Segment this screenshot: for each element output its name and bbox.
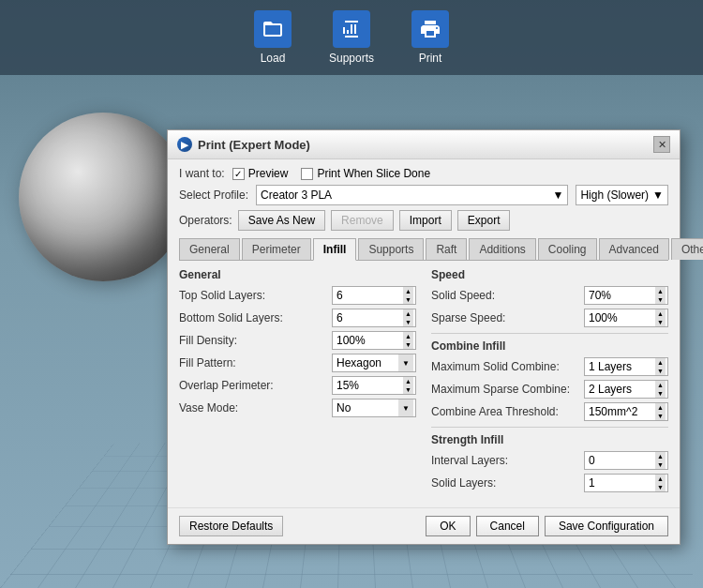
load-label: Load [261,52,286,65]
solid-layers-up[interactable]: ▲ [655,475,666,483]
bottom-solid-layers-down[interactable]: ▼ [403,318,413,326]
tab-infill[interactable]: Infill [313,238,357,261]
fill-density-up[interactable]: ▲ [403,332,413,340]
infill-tab-content: General Top Solid Layers: 6 ▲ ▼ Bottom S… [179,268,668,496]
restore-defaults-button[interactable]: Restore Defaults [179,516,283,536]
vase-mode-label: Vase Mode: [179,401,332,415]
fill-density-row: Fill Density: 100% ▲ ▼ [179,331,416,350]
top-solid-layers-up[interactable]: ▲ [403,287,413,295]
solid-speed-up[interactable]: ▲ [655,287,666,295]
combine-area-down[interactable]: ▼ [655,412,666,420]
max-solid-combine-value: 1 Layers [589,360,632,373]
import-button[interactable]: Import [399,210,452,231]
tab-raft[interactable]: Raft [426,238,467,260]
quality-value: High (Slower) [580,188,649,202]
fill-pattern-row: Fill Pattern: Hexagon ▼ [179,354,416,372]
interval-layers-value: 0 [589,454,595,467]
top-solid-layers-input[interactable]: 6 ▲ ▼ [332,286,416,305]
overlap-perimeter-up[interactable]: ▲ [403,377,413,385]
saveasnew-button[interactable]: Save As New [238,210,325,231]
sparse-speed-up[interactable]: ▲ [655,309,666,318]
operators-label: Operators: [179,214,232,227]
toolbar-print[interactable]: Print [411,10,449,65]
overlap-perimeter-input[interactable]: 15% ▲ ▼ [332,376,416,395]
preview-checkbox[interactable]: ✓ [232,168,245,180]
tab-general[interactable]: General [179,238,240,260]
toolbar: Load Supports Print [0,0,703,75]
combine-area-input[interactable]: 150mm^2 ▲ ▼ [584,402,668,421]
strength-section-title: Strength Infill [431,433,668,446]
tab-additions[interactable]: Additions [469,238,535,260]
speed-section-title: Speed [431,268,668,281]
dialog-title: Print (Expert Mode) [198,138,310,152]
tab-supports[interactable]: Supports [358,238,424,260]
tab-advanced[interactable]: Advanced [599,238,669,260]
close-button[interactable]: ✕ [653,136,670,153]
max-sparse-combine-label: Maximum Sparse Combine: [431,383,584,396]
preview-label: Preview [248,167,289,180]
vase-mode-input[interactable]: No ▼ [332,399,416,417]
solid-speed-label: Solid Speed: [431,289,584,302]
solid-layers-value: 1 [589,476,595,490]
cancel-button[interactable]: Cancel [476,516,539,536]
solid-speed-input[interactable]: 70% ▲ ▼ [584,286,668,305]
combine-area-up[interactable]: ▲ [655,403,666,412]
top-solid-layers-row: Top Solid Layers: 6 ▲ ▼ [179,286,416,305]
quality-select[interactable]: High (Slower) ▼ [576,185,668,205]
printwhenslice-checkbox[interactable] [301,168,313,180]
export-button[interactable]: Export [457,210,511,231]
ok-button[interactable]: OK [426,516,470,536]
sparse-speed-down[interactable]: ▼ [655,318,666,326]
dialog-footer: Restore Defaults OK Cancel Save Configur… [168,507,680,544]
preview-checkbox-item[interactable]: ✓ Preview [232,167,289,180]
fill-pattern-label: Fill Pattern: [179,356,332,369]
bottom-solid-layers-label: Bottom Solid Layers: [179,311,332,324]
fill-density-down[interactable]: ▼ [403,340,413,349]
max-solid-combine-label: Maximum Solid Combine: [431,360,584,373]
solid-layers-down[interactable]: ▼ [655,483,666,491]
bottom-solid-layers-up[interactable]: ▲ [403,309,413,318]
divider-1 [431,333,668,334]
max-solid-combine-up[interactable]: ▲ [655,358,666,367]
print-dialog: ▶ Print (Expert Mode) ✕ I want to: ✓ Pre… [167,129,681,545]
supports-icon [333,10,370,48]
top-solid-layers-down[interactable]: ▼ [403,295,413,304]
dialog-content: I want to: ✓ Preview Print When Slice Do… [168,159,680,504]
toolbar-load[interactable]: Load [254,10,292,65]
max-sparse-combine-input[interactable]: 2 Layers ▲ ▼ [584,380,668,399]
bottom-solid-layers-input[interactable]: 6 ▲ ▼ [332,309,416,327]
sparse-speed-input[interactable]: 100% ▲ ▼ [584,309,668,327]
bottom-solid-layers-row: Bottom Solid Layers: 6 ▲ ▼ [179,309,416,327]
max-sparse-combine-down[interactable]: ▼ [655,389,666,398]
interval-layers-label: Interval Layers: [431,454,584,467]
solid-speed-down[interactable]: ▼ [655,295,666,304]
max-sparse-combine-up[interactable]: ▲ [655,381,666,389]
printwhenslice-checkbox-item[interactable]: Print When Slice Done [301,167,430,180]
fill-pattern-value: Hexagon [337,356,381,369]
interval-layers-input[interactable]: 0 ▲ ▼ [584,451,668,470]
solid-layers-input[interactable]: 1 ▲ ▼ [584,474,668,492]
bottom-solid-layers-value: 6 [337,311,343,324]
save-configuration-button[interactable]: Save Configuration [545,516,668,536]
profile-select[interactable]: Creator 3 PLA ▼ [256,185,568,205]
tab-perimeter[interactable]: Perimeter [242,238,311,260]
interval-layers-down[interactable]: ▼ [655,460,666,469]
toolbar-supports[interactable]: Supports [329,10,374,65]
overlap-perimeter-down[interactable]: ▼ [403,385,413,394]
solid-layers-row: Solid Layers: 1 ▲ ▼ [431,474,668,492]
max-solid-combine-input[interactable]: 1 Layers ▲ ▼ [584,357,668,376]
interval-layers-up[interactable]: ▲ [655,452,666,460]
profile-dropdown-arrow: ▼ [553,188,564,202]
remove-button[interactable]: Remove [331,210,394,231]
tab-others[interactable]: Others [671,238,703,260]
supports-label: Supports [329,52,374,65]
max-solid-combine-row: Maximum Solid Combine: 1 Layers ▲ ▼ [431,357,668,376]
infill-left-col: General Top Solid Layers: 6 ▲ ▼ Bottom S… [179,268,416,496]
fill-pattern-input[interactable]: Hexagon ▼ [332,354,416,372]
max-sparse-combine-value: 2 Layers [589,383,632,396]
divider-2 [431,427,668,428]
overlap-perimeter-row: Overlap Perimeter: 15% ▲ ▼ [179,376,416,395]
max-solid-combine-down[interactable]: ▼ [655,367,666,375]
fill-density-input[interactable]: 100% ▲ ▼ [332,331,416,350]
tab-cooling[interactable]: Cooling [538,238,597,260]
